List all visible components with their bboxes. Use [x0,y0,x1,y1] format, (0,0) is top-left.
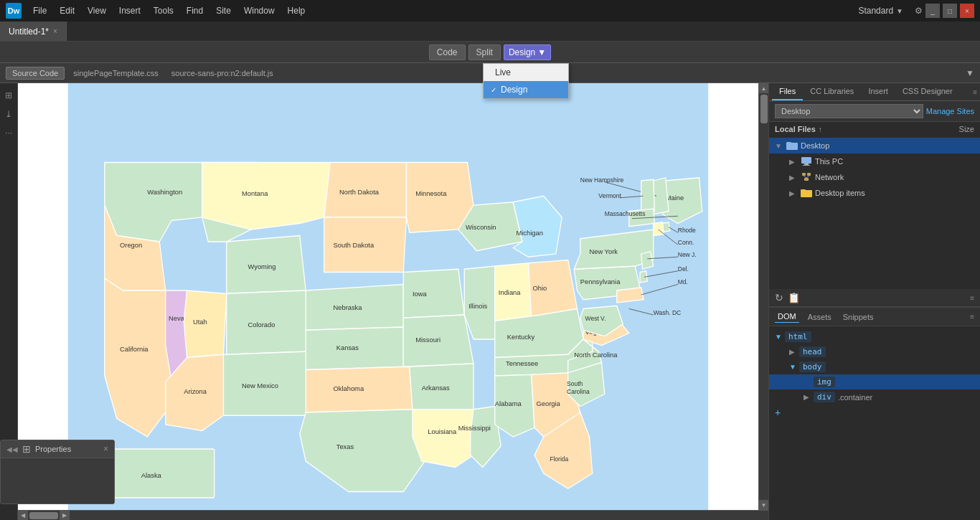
horizontal-scrollbar[interactable]: ◀ ▶ [18,510,768,520]
local-files-sort-icon[interactable]: ↑ [819,126,822,133]
panel-expand-icon[interactable]: ≡ [970,294,974,302]
head-expand-icon[interactable]: ▶ [789,348,796,356]
close-button[interactable]: × [960,4,974,18]
scroll-left-arrow[interactable]: ◀ [18,511,28,521]
properties-collapse-icon[interactable]: ◀◀ [6,445,18,453]
dom-head[interactable]: ▶ head [769,344,980,359]
refresh-icon[interactable]: ↻ [775,292,783,303]
body-collapse-icon[interactable]: ▼ [789,363,796,371]
filter-icon[interactable]: ▼ [966,68,974,78]
menu-view[interactable]: View [82,3,112,19]
desktop-selector-bar: Desktop Manage Sites [769,101,980,122]
workspace-selector[interactable]: Standard ▼ [858,6,903,16]
div-class: .container [838,393,872,402]
vertical-scrollbar[interactable]: ▲ ▼ [758,83,768,510]
state-connecticut[interactable] [654,222,664,236]
menu-find[interactable]: Find [181,3,209,19]
minimize-button[interactable]: _ [925,4,940,18]
panel-icon-bar: ↻ 📋 ≡ [769,289,980,307]
site-select[interactable]: Desktop [775,104,923,118]
svg-rect-71 [801,190,812,197]
snippets-tab[interactable]: Snippets [840,311,877,323]
html-tag: html [785,331,811,342]
files-tab[interactable]: Files [772,83,803,100]
menu-window[interactable]: Window [238,3,281,19]
dom-html[interactable]: ▼ html [769,329,980,344]
dom-tree: ▼ html ▶ head ▼ body img ▶ div .co [769,326,980,520]
svg-line-69 [804,176,806,178]
desktop-label: Desktop [801,141,829,150]
dom-panel-menu-icon[interactable]: ≡ [970,313,974,321]
svg-text:Carolina: Carolina [567,389,590,396]
panel-menu-icon[interactable]: ≡ [973,88,977,96]
this-pc-label: This PC [815,157,843,166]
split-button[interactable]: Split [468,44,501,60]
scroll-up-arrow[interactable]: ▲ [759,83,769,93]
insert-panel-icon[interactable]: ⊞ [2,89,15,102]
tree-item-network[interactable]: ▶ Network [783,169,980,185]
menu-help[interactable]: Help [282,3,311,19]
dom-div-container[interactable]: ▶ div .container [769,389,980,405]
design-dropdown[interactable]: Design ▼ [504,44,551,60]
properties-close-icon[interactable]: × [103,444,108,454]
network-expand-icon[interactable]: ▶ [789,174,798,181]
this-pc-expand-icon[interactable]: ▶ [789,158,798,166]
document-tab[interactable]: Untitled-1* × [0,22,67,41]
assets-tab[interactable]: Assets [805,311,834,323]
insert-tab[interactable]: Insert [861,83,895,100]
menu-file[interactable]: File [27,3,52,19]
menu-edit[interactable]: Edit [54,3,80,19]
scroll-thumb[interactable] [760,95,768,123]
menu-site[interactable]: Site [210,3,237,19]
tree-item-desktop-items[interactable]: ▶ Desktop items [783,185,980,201]
dom-add-icon[interactable]: + [775,407,781,418]
directory-icon[interactable]: 📋 [788,292,800,303]
design-option[interactable]: ✓ Design [484,81,568,98]
menu-tools[interactable]: Tools [148,3,179,19]
svg-text:Michigan: Michigan [516,230,542,237]
tab-bar: Untitled-1* × [0,22,980,42]
right-panel: Files CC Libraries Insert CSS Designer ≡… [768,83,980,520]
dom-add-row[interactable]: + [769,405,980,420]
desktop-items-expand-icon[interactable]: ▶ [789,189,798,197]
us-map-svg: Washington Oregon California Nevada Idah… [18,83,758,510]
html-collapse-icon[interactable]: ▼ [775,333,782,341]
desktop-expand-icon[interactable]: ▼ [775,142,783,150]
css-designer-tab[interactable]: CSS Designer [895,83,960,100]
network-label: Network [815,173,844,181]
menu-insert[interactable]: Insert [113,3,146,19]
svg-text:Texas: Texas [336,443,354,450]
live-option[interactable]: Live [484,64,568,81]
dom-tab[interactable]: DOM [775,311,799,323]
div-expand-icon[interactable]: ▶ [804,393,811,401]
more-icon[interactable]: ··· [2,126,15,139]
code-button[interactable]: Code [429,44,466,60]
dom-body[interactable]: ▼ body [769,359,980,374]
cc-libraries-tab[interactable]: CC Libraries [803,83,861,100]
scroll-down-arrow[interactable]: ▼ [759,500,769,510]
scroll-right-arrow[interactable]: ▶ [60,511,70,521]
svg-text:South Dakota: South Dakota [333,242,374,250]
tree-item-this-pc[interactable]: ▶ This PC [783,153,980,169]
local-files-header: Local Files ↑ Size [769,122,980,136]
manage-sites-link[interactable]: Manage Sites [926,107,974,115]
svg-text:Pennsylvania: Pennsylvania [580,279,621,286]
svg-rect-67 [807,173,811,176]
tree-item-desktop[interactable]: ▼ Desktop [769,138,980,153]
extract-icon[interactable]: ⤓ [2,108,15,120]
hscroll-thumb[interactable] [29,512,58,519]
tab-close-icon[interactable]: × [53,27,57,35]
live-label: Live [495,67,511,77]
maximize-button[interactable]: □ [943,4,957,18]
svg-text:Colorado: Colorado [248,321,275,328]
svg-text:Arkansas: Arkansas [422,384,450,392]
settings-icon[interactable]: ⚙ [915,4,923,18]
state-maryland[interactable] [617,288,644,303]
css-file-tab[interactable]: singlePageTemplate.css [69,67,163,79]
properties-symbol-icon: ⊞ [22,443,31,455]
source-code-button[interactable]: Source Code [6,67,65,80]
files-panel: Desktop Manage Sites Local Files ↑ Size … [769,101,980,289]
dom-img[interactable]: img [769,374,980,389]
js-file-tab[interactable]: source-sans-pro:n2:default.js [167,67,278,79]
network-icon [801,171,812,183]
